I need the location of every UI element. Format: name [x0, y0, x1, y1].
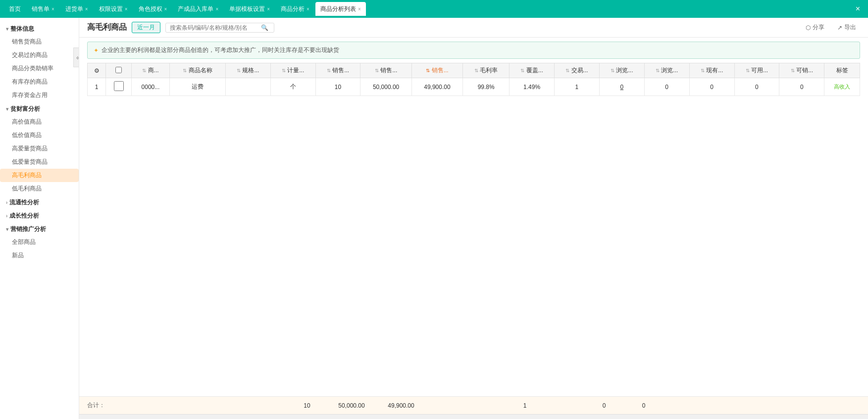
col-margin-sort-icon: ⇅: [474, 68, 478, 73]
footer-browse2: 0: [624, 402, 664, 409]
col-settings[interactable]: ⚙: [88, 63, 106, 78]
row-sales-amount: 50,000.00: [360, 78, 411, 96]
sidebar-item-low-margin[interactable]: 低毛利商品: [0, 182, 79, 195]
col-sellable-sort-icon: ⇅: [791, 68, 795, 73]
search-input[interactable]: [170, 24, 259, 31]
col-salesqty-sort-icon: ⇅: [327, 68, 331, 73]
tab-product-import-close[interactable]: ×: [215, 6, 218, 12]
tab-analysis[interactable]: 商品分析 ×: [276, 2, 314, 16]
col-browse2[interactable]: ⇅ 浏览...: [644, 63, 689, 78]
tab-analysis-list[interactable]: 商品分析列表 ×: [315, 2, 366, 16]
share-icon: ⬡: [806, 24, 811, 31]
select-all-checkbox[interactable]: [115, 67, 122, 73]
col-browse1-sort-icon: ⇅: [611, 68, 614, 73]
col-sku-code[interactable]: ⇅ 商...: [131, 63, 169, 78]
row-spec: [225, 78, 270, 96]
tab-permission-close[interactable]: ×: [125, 6, 128, 12]
row-index: 1: [88, 78, 106, 96]
sidebar-section-flow[interactable]: › 流通性分析: [0, 195, 79, 209]
col-unit-sort-icon: ⇅: [282, 68, 286, 73]
sidebar-item-traded[interactable]: 交易过的商品: [0, 48, 79, 62]
row-unit: 个: [270, 78, 315, 96]
sidebar-section-growth-label: 成长性分析: [9, 212, 39, 220]
tab-role-close[interactable]: ×: [164, 6, 167, 12]
tab-product-import-label: 产成品入库单: [178, 5, 213, 13]
browse1-link[interactable]: 0: [620, 84, 623, 91]
sidebar-item-sales-commodity[interactable]: 销售货商品: [0, 35, 79, 48]
col-tag[interactable]: 标签: [824, 63, 860, 78]
table-row: 1 0000... 运费 个 10 50,000.00 49,900.00 99…: [88, 78, 860, 96]
col-gross-margin[interactable]: ⇅ 毛利率: [463, 63, 510, 78]
window-close-button[interactable]: ×: [852, 4, 864, 13]
tab-analysis-close[interactable]: ×: [306, 6, 309, 12]
share-button[interactable]: ⬡ 分享: [802, 22, 828, 33]
sidebar-item-all-products[interactable]: 全部商品: [0, 235, 79, 249]
col-sales-cost[interactable]: ⇅ 销售...: [411, 63, 462, 78]
row-current-stock: 0: [689, 78, 734, 96]
col-name[interactable]: ⇅ 商品名称: [170, 63, 226, 78]
search-icon[interactable]: 🔍: [261, 24, 268, 31]
col-available[interactable]: ⇅ 可用...: [734, 63, 779, 78]
chevron-down-icon-2: ▾: [6, 106, 8, 112]
tab-import[interactable]: 进货单 ×: [60, 2, 93, 16]
row-gross-margin: 99.8%: [463, 78, 510, 96]
sidebar-section-wealth[interactable]: ▾ 贫财富分析: [0, 102, 79, 115]
row-trade: 1: [555, 78, 600, 96]
row-checkbox-cell[interactable]: [106, 78, 131, 96]
col-trade[interactable]: ⇅ 交易...: [555, 63, 600, 78]
tab-sales[interactable]: 销售单 ×: [27, 2, 59, 16]
sidebar-section-wealth-label: 贫财富分析: [10, 105, 40, 113]
row-browse1[interactable]: 0: [599, 78, 644, 96]
sidebar-section-overall[interactable]: ▾ 整体信息: [0, 22, 79, 35]
tab-import-close[interactable]: ×: [85, 6, 88, 12]
col-sellable[interactable]: ⇅ 可销...: [779, 63, 824, 78]
page-title: 高毛利商品: [87, 22, 127, 33]
tab-template-label: 单据模板设置: [229, 5, 265, 13]
sidebar-section-growth[interactable]: › 成长性分析: [0, 209, 79, 222]
tab-sales-label: 销售单: [32, 5, 50, 13]
sidebar-item-inventory-ratio[interactable]: 库存资金占用: [0, 89, 79, 102]
sidebar-item-new-products[interactable]: 新品: [0, 249, 79, 262]
tab-analysis-list-label: 商品分析列表: [320, 5, 356, 13]
sidebar-section-marketing[interactable]: ▾ 营销推广分析: [0, 222, 79, 235]
footer-label: 合计：: [87, 401, 105, 410]
col-sales-qty[interactable]: ⇅ 销售...: [315, 63, 360, 78]
sidebar-item-high-sales[interactable]: 高爱量货商品: [0, 142, 79, 155]
col-current-stock[interactable]: ⇅ 现有...: [689, 63, 734, 78]
col-browse1[interactable]: ⇅ 浏览...: [599, 63, 644, 78]
nav-home[interactable]: 首页: [4, 5, 26, 13]
horizontal-scrollbar[interactable]: [79, 414, 868, 419]
sidebar-item-high-margin[interactable]: 高毛利商品: [0, 169, 79, 182]
col-unit[interactable]: ⇅ 计量...: [270, 63, 315, 78]
tab-permission[interactable]: 权限设置 ×: [94, 2, 133, 16]
row-tag: 高收入: [824, 78, 860, 96]
sidebar-item-inventory-product[interactable]: 有库存的商品: [0, 75, 79, 89]
main-area: « ▾ 整体信息 销售货商品 交易过的商品 商品分类助销率 有库存的商品 库存资…: [0, 18, 868, 419]
col-sales-amount[interactable]: ⇅ 销售...: [360, 63, 411, 78]
sidebar-item-product-analysis[interactable]: 商品分类助销率: [0, 62, 79, 75]
col-checkbox[interactable]: [106, 63, 131, 78]
row-checkbox[interactable]: [114, 81, 124, 91]
filter-recent-month-button[interactable]: 近一月: [132, 22, 160, 33]
table-wrapper[interactable]: ⚙ ⇅ 商... ⇅ 商品名称 ⇅ 规格... ⇅ 计量... ⇅ 销售... …: [79, 63, 868, 396]
row-sales-qty: 10: [315, 78, 360, 96]
tab-role[interactable]: 角色授权 ×: [134, 2, 172, 16]
footer-trade: 1: [505, 402, 545, 409]
tab-template[interactable]: 单据模板设置 ×: [224, 2, 275, 16]
tab-sales-close[interactable]: ×: [51, 6, 54, 12]
col-coverage[interactable]: ⇅ 覆盖...: [510, 63, 555, 78]
chevron-right-icon-2: ›: [6, 213, 7, 219]
footer-sales-qty: 10: [287, 402, 327, 409]
row-name: 运费: [170, 78, 226, 96]
sidebar-collapse-button[interactable]: «: [73, 47, 79, 67]
sidebar-item-low-sales[interactable]: 低爱量货商品: [0, 155, 79, 169]
info-icon: ✦: [94, 47, 99, 54]
sidebar-item-low-value[interactable]: 低价值商品: [0, 129, 79, 142]
col-spec[interactable]: ⇅ 规格...: [225, 63, 270, 78]
tab-product-import[interactable]: 产成品入库单 ×: [173, 2, 223, 16]
sidebar-item-high-value[interactable]: 高价值商品: [0, 115, 79, 129]
tab-template-close[interactable]: ×: [267, 6, 270, 12]
export-button[interactable]: ↗ 导出: [833, 22, 860, 33]
tab-analysis-list-close[interactable]: ×: [358, 6, 361, 12]
col-available-sort-icon: ⇅: [746, 68, 750, 73]
